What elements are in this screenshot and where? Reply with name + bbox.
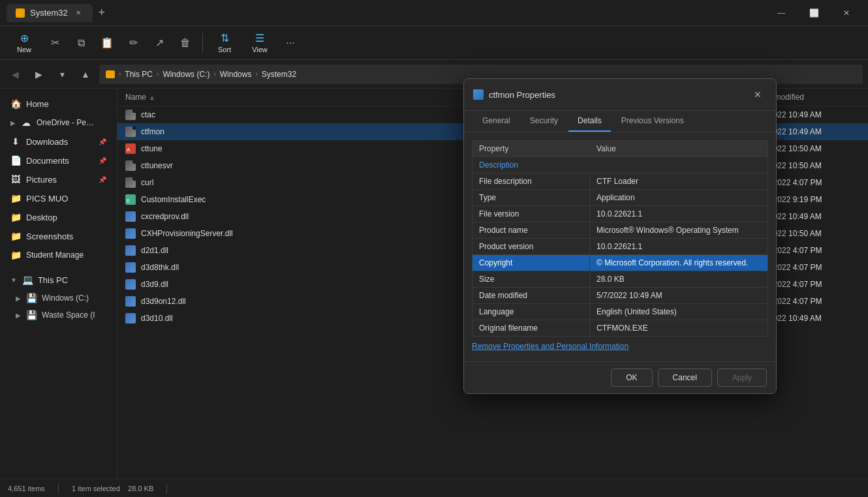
recent-locations-button[interactable]: ▾ xyxy=(52,65,72,84)
sort-icon: ⇅ xyxy=(221,32,229,44)
sidebar-item-pics-muo-label: PICS MUO xyxy=(26,194,68,203)
breadcrumb-windows[interactable]: Windows xyxy=(220,70,252,79)
tab-folder-icon xyxy=(16,8,25,18)
up-button[interactable]: ▲ xyxy=(76,65,95,84)
row-product-version[interactable]: Product version 10.0.22621.1 xyxy=(473,239,768,255)
val-file-version: 10.0.22621.1 xyxy=(590,206,768,222)
sidebar-item-pics-muo[interactable]: 📁 PICS MUO xyxy=(3,189,114,207)
sidebar-item-student-label: Student Manage xyxy=(26,250,84,260)
row-file-version[interactable]: File version 10.0.22621.1 xyxy=(473,206,768,222)
desktop-icon: 📁 xyxy=(10,212,21,222)
file-icon-ctfmon xyxy=(125,127,136,137)
tab-previous-versions[interactable]: Previous Versions xyxy=(612,111,693,132)
sidebar-item-downloads[interactable]: ⬇ Downloads 📌 xyxy=(3,132,114,151)
status-bar: 4,651 items 1 item selected 28.0 KB xyxy=(0,479,868,497)
new-button[interactable]: ⊕ New xyxy=(8,29,40,57)
row-original-filename[interactable]: Original filename CTFMON.EXE xyxy=(473,320,768,337)
sidebar-item-screenshots-label: Screenshots xyxy=(26,232,73,241)
tab-title: System32 xyxy=(30,8,68,18)
cut-button[interactable]: ✂ xyxy=(43,31,67,55)
tab-details[interactable]: Details xyxy=(568,111,611,132)
copy-button[interactable]: ⧉ xyxy=(69,31,93,55)
dialog-close-button[interactable]: ✕ xyxy=(749,85,767,104)
expand-onedrive-icon: ▶ xyxy=(10,119,16,127)
row-file-description[interactable]: File description CTF Loader xyxy=(473,173,768,190)
view-label: View xyxy=(252,46,268,53)
paste-button[interactable]: 📋 xyxy=(95,31,119,55)
breadcrumb-thispc[interactable]: This PC xyxy=(125,70,153,79)
sidebar: 🏠 Home ▶ ☁ OneDrive - Persc ⬇ Downloads … xyxy=(0,89,117,479)
sidebar-item-thispc[interactable]: ▼ 💻 This PC xyxy=(3,271,114,289)
file-icon-d3d8thk xyxy=(125,262,136,273)
breadcrumb-drive[interactable]: Windows (C:) xyxy=(163,70,209,79)
share-button[interactable]: ↗ xyxy=(147,31,171,55)
toolbar: ⊕ New ✂ ⧉ 📋 ✏ ↗ 🗑 ⇅ Sort ☰ View ··· xyxy=(0,26,868,60)
file-icon-custominstall: E xyxy=(125,194,136,205)
sidebar-item-documents[interactable]: 📄 Documents 📌 xyxy=(3,151,114,170)
section-description-label: Description xyxy=(473,157,768,173)
rename-button[interactable]: ✏ xyxy=(121,31,145,55)
dialog-body: Property Value Description File descript… xyxy=(464,132,776,361)
sidebar-item-home-label: Home xyxy=(26,99,49,109)
row-product-name[interactable]: Product name Microsoft® Windows® Operati… xyxy=(473,222,768,239)
breadcrumb-system32[interactable]: System32 xyxy=(262,70,296,79)
sort-label: Sort xyxy=(218,46,231,53)
explorer-tab[interactable]: System32 ✕ xyxy=(7,4,93,22)
apply-button[interactable]: Apply xyxy=(717,369,767,387)
svg-text:E: E xyxy=(127,198,130,203)
file-icon-d3d10 xyxy=(125,313,136,324)
maximize-button[interactable]: ⬜ xyxy=(799,3,829,23)
tab-close-button[interactable]: ✕ xyxy=(73,8,84,18)
new-tab-button[interactable]: + xyxy=(93,4,111,22)
prop-file-version: File version xyxy=(473,206,590,222)
row-size[interactable]: Size 28.0 KB xyxy=(473,271,768,288)
svg-text:A: A xyxy=(127,147,131,153)
sidebar-item-waste-label: Waste Space (I xyxy=(42,310,95,320)
sidebar-item-onedrive-label: OneDrive - Persc xyxy=(37,118,95,127)
remove-properties-link[interactable]: Remove Properties and Personal Informati… xyxy=(472,337,768,354)
delete-button[interactable]: 🗑 xyxy=(174,31,197,55)
more-options-button[interactable]: ··· xyxy=(279,31,302,55)
row-type[interactable]: Type Application xyxy=(473,190,768,206)
sidebar-item-onedrive[interactable]: ▶ ☁ OneDrive - Persc xyxy=(3,113,114,132)
tab-security[interactable]: Security xyxy=(521,111,567,132)
sidebar-item-screenshots[interactable]: 📁 Screenshots xyxy=(3,227,114,245)
expand-thispc-icon: ▼ xyxy=(10,277,17,284)
windows-c-icon: 💾 xyxy=(26,293,37,303)
sort-button[interactable]: ⇅ Sort xyxy=(208,29,241,57)
downloads-pin-icon: 📌 xyxy=(99,138,106,145)
selection-info: 1 item selected 28.0 KB xyxy=(72,485,153,492)
sidebar-item-desktop[interactable]: 📁 Desktop xyxy=(3,208,114,226)
dialog-title: ctfmon Properties xyxy=(489,90,749,100)
cancel-button[interactable]: Cancel xyxy=(658,369,712,387)
val-product-name: Microsoft® Windows® Operating System xyxy=(590,222,768,239)
section-description: Description xyxy=(473,157,768,173)
back-button[interactable]: ◀ xyxy=(5,65,25,84)
student-icon: 📁 xyxy=(10,250,21,260)
close-button[interactable]: ✕ xyxy=(831,3,861,23)
prop-date-modified: Date modified xyxy=(473,288,590,304)
prop-language: Language xyxy=(473,304,590,320)
forward-button[interactable]: ▶ xyxy=(29,65,48,84)
row-language[interactable]: Language English (United States) xyxy=(473,304,768,320)
sidebar-item-waste-space[interactable]: ▶ 💾 Waste Space (I xyxy=(0,307,117,324)
status-sep-1 xyxy=(58,483,59,494)
new-label: New xyxy=(17,46,31,53)
minimize-button[interactable]: — xyxy=(766,3,796,23)
sidebar-item-downloads-label: Downloads xyxy=(26,137,68,147)
view-button[interactable]: ☰ View xyxy=(243,29,276,57)
ok-button[interactable]: OK xyxy=(611,369,652,387)
sidebar-item-pictures[interactable]: 🖼 Pictures 📌 xyxy=(3,170,114,188)
sidebar-item-home[interactable]: 🏠 Home xyxy=(3,95,114,113)
file-icon-curl xyxy=(125,177,136,188)
row-copyright[interactable]: Copyright © Microsoft Corporation. All r… xyxy=(473,255,768,271)
dialog-tabs: General Security Details Previous Versio… xyxy=(464,111,776,132)
sidebar-item-windows-c[interactable]: ▶ 💾 Windows (C:) xyxy=(0,290,117,307)
new-icon: ⊕ xyxy=(20,32,29,44)
val-original-filename: CTFMON.EXE xyxy=(590,320,768,337)
tab-general[interactable]: General xyxy=(473,111,519,132)
documents-icon: 📄 xyxy=(10,155,21,166)
thispc-icon: 💻 xyxy=(22,275,33,285)
row-date-modified[interactable]: Date modified 5/7/2022 10:49 AM xyxy=(473,288,768,304)
sidebar-item-student[interactable]: 📁 Student Manage xyxy=(3,246,114,264)
